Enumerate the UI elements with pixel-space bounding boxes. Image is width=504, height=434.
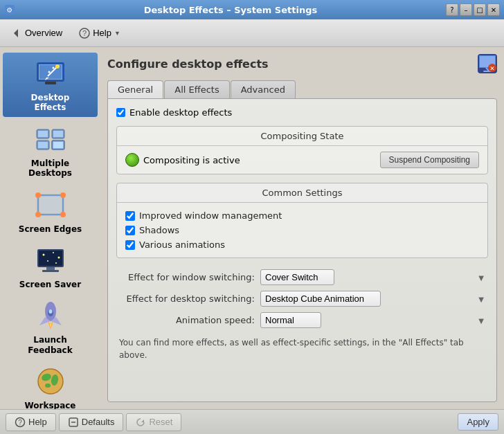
svg-rect-20 <box>38 142 48 148</box>
svg-marker-60 <box>141 419 144 422</box>
svg-marker-2 <box>14 29 18 37</box>
overview-label: Overview <box>25 28 62 38</box>
sidebar-item-screen-edges-label: Screen Edges <box>19 224 82 234</box>
sidebar-item-screen-saver-label: Screen Saver <box>19 280 81 289</box>
sidebar-item-screen-edges[interactable]: Screen Edges <box>3 184 98 238</box>
page-header-icon: ✕ <box>478 54 497 73</box>
bottom-bar: ? Help Defaults Reset Apply <box>0 409 504 434</box>
main-layout: DesktopEffects MultipleDesktops <box>0 47 504 409</box>
defaults-label: Defaults <box>82 417 115 427</box>
common-settings-title: Common Settings <box>117 183 487 203</box>
sidebar-item-launch-feedback[interactable]: LaunchFeedback <box>3 295 98 359</box>
help-bottom-icon: ? <box>15 417 26 428</box>
help-bottom-label: Help <box>28 417 47 427</box>
tab-bar: General All Effects Advanced <box>107 80 497 98</box>
sidebar-item-desktop-effects[interactable]: DesktopEffects <box>3 53 98 117</box>
svg-rect-19 <box>53 131 63 137</box>
animation-speed-label: Animation speed: <box>116 315 255 325</box>
svg-rect-31 <box>42 270 59 272</box>
svg-point-32 <box>42 253 44 255</box>
svg-point-33 <box>53 252 54 253</box>
sidebar-item-workspace-label: Workspace <box>24 401 75 409</box>
compositing-section-title: Compositing State <box>117 127 487 146</box>
animation-speed-row: Animation speed: Very Slow Slow Normal F… <box>116 309 488 331</box>
svg-point-25 <box>60 192 66 198</box>
compositing-state-section: Compositing State Compositing is active … <box>116 126 488 174</box>
back-icon <box>11 28 22 39</box>
svg-rect-30 <box>46 267 55 270</box>
window-switching-select[interactable]: Cover Switch Flip Switch Box Switch No E… <box>260 269 334 285</box>
svg-text:?: ? <box>82 29 87 37</box>
improved-window-mgmt-checkbox[interactable] <box>125 211 135 221</box>
apply-button[interactable]: Apply <box>458 413 498 431</box>
enable-effects-label[interactable]: Enable desktop effects <box>129 107 232 118</box>
sidebar-item-desktop-effects-label: DesktopEffects <box>31 93 70 113</box>
info-text: You can find more effects, as well as ef… <box>116 331 488 367</box>
enable-effects-checkbox[interactable] <box>116 108 125 117</box>
svg-point-24 <box>35 192 41 198</box>
common-settings-section: Common Settings Improved window manageme… <box>116 183 488 258</box>
tab-general[interactable]: General <box>107 80 163 98</box>
svg-point-12 <box>48 71 50 73</box>
sidebar-item-multiple-desktops[interactable]: MultipleDesktops <box>3 118 98 183</box>
various-animations-label[interactable]: Various animations <box>139 239 225 250</box>
window-switching-select-wrapper: Cover Switch Flip Switch Box Switch No E… <box>260 269 488 285</box>
window-controls: ? – □ ✕ <box>446 3 500 16</box>
svg-rect-21 <box>53 142 63 148</box>
animation-speed-select[interactable]: Very Slow Slow Normal Fast Very Fast <box>260 312 321 328</box>
svg-point-36 <box>55 262 57 264</box>
help-button[interactable]: ? Help ▼ <box>73 25 126 42</box>
window-switching-label: Effect for window switching: <box>116 272 255 282</box>
page-header: Configure desktop effects ✕ <box>107 54 497 73</box>
compositing-section-content: Compositing is active Suspend Compositin… <box>117 146 487 174</box>
reset-label: Reset <box>149 417 172 427</box>
tab-advanced[interactable]: Advanced <box>231 80 296 98</box>
sidebar: DesktopEffects MultipleDesktops <box>0 47 100 409</box>
svg-point-34 <box>57 256 60 258</box>
svg-point-35 <box>47 260 48 262</box>
launch-feedback-icon <box>34 299 67 332</box>
defaults-button[interactable]: Defaults <box>59 413 124 431</box>
app-icon: ⚙ <box>4 4 15 15</box>
enable-row: Enable desktop effects <box>116 107 488 118</box>
minimize-btn[interactable]: – <box>460 3 472 16</box>
svg-rect-23 <box>39 197 62 213</box>
sidebar-item-workspace[interactable]: Workspace <box>3 361 98 409</box>
close-btn[interactable]: ✕ <box>487 3 500 16</box>
help-bottom-button[interactable]: ? Help <box>6 413 56 431</box>
toolbar: Overview ? Help ▼ <box>0 19 504 47</box>
shadows-label[interactable]: Shadows <box>139 225 179 235</box>
svg-point-26 <box>35 212 41 217</box>
tab-all-effects[interactable]: All Effects <box>164 80 229 98</box>
defaults-icon <box>68 417 79 428</box>
svg-rect-13 <box>45 82 56 84</box>
animation-speed-select-wrapper: Very Slow Slow Normal Fast Very Fast <box>260 312 488 328</box>
suspend-compositing-button[interactable]: Suspend Compositing <box>380 152 479 168</box>
sidebar-item-screen-saver[interactable]: Screen Saver <box>3 239 98 293</box>
svg-point-48 <box>45 383 51 388</box>
sidebar-item-launch-feedback-label: LaunchFeedback <box>28 335 72 355</box>
shadows-checkbox[interactable] <box>125 226 135 235</box>
reset-button[interactable]: Reset <box>126 413 181 431</box>
overview-button[interactable]: Overview <box>6 25 68 42</box>
compositing-row: Compositing is active Suspend Compositin… <box>125 152 479 168</box>
workspace-icon <box>34 365 67 398</box>
desktop-switching-label: Effect for desktop switching: <box>116 293 255 304</box>
svg-point-27 <box>60 212 66 217</box>
maximize-btn[interactable]: □ <box>474 3 486 16</box>
desktop-switching-select[interactable]: Desktop Cube Animation Slide Fade Deskto… <box>260 291 381 307</box>
svg-point-10 <box>55 64 60 69</box>
apply-label: Apply <box>467 417 489 427</box>
improved-window-mgmt-label[interactable]: Improved window management <box>139 210 282 221</box>
compositing-active-indicator <box>125 153 139 167</box>
svg-rect-18 <box>38 131 48 137</box>
help-icon: ? <box>79 28 90 39</box>
help-window-btn[interactable]: ? <box>446 3 458 16</box>
screen-edges-icon <box>34 188 67 221</box>
desktop-switching-row: Effect for desktop switching: Desktop Cu… <box>116 288 488 309</box>
svg-point-41 <box>48 309 52 314</box>
title-bar: ⚙ Desktop Effects – System Settings ? – … <box>0 0 504 19</box>
window-title: Desktop Effects – System Settings <box>18 5 443 15</box>
reset-icon <box>135 417 146 428</box>
various-animations-checkbox[interactable] <box>125 240 135 250</box>
